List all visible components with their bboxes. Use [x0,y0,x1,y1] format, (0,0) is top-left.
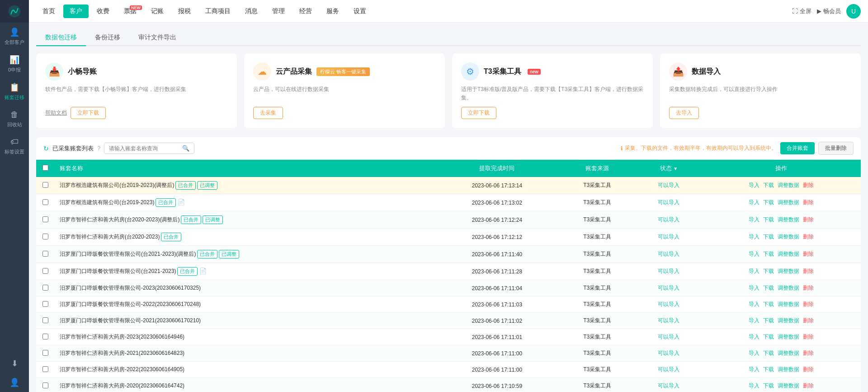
row-checkbox[interactable] [42,199,48,205]
action-delete[interactable]: 删除 [803,234,814,240]
action-导入[interactable]: 导入 [749,268,760,274]
refresh-icon[interactable]: ↻ [43,145,49,152]
action-导入[interactable]: 导入 [749,182,760,188]
action-调整数据[interactable]: 调整数据 [778,199,799,206]
action-导入[interactable]: 导入 [749,350,760,356]
fullscreen-button[interactable]: ⛶ 全屏 [792,7,811,15]
tab-backup-migration[interactable]: 备份迁移 [86,30,129,46]
member-button[interactable]: ▶ 畅会员 [817,7,841,15]
download-now-button[interactable]: 立即下载 [71,107,106,119]
action-delete[interactable]: 删除 [803,334,814,340]
action-调整数据[interactable]: 调整数据 [778,251,799,257]
sidebar-item-tag-settings[interactable]: 🏷 标签设置 [0,133,29,160]
action-导入[interactable]: 导入 [749,301,760,307]
action-调整数据[interactable]: 调整数据 [778,268,799,274]
action-delete[interactable]: 删除 [803,182,814,188]
help-doc-link[interactable]: 帮助文档 [45,109,67,117]
action-下载[interactable]: 下载 [763,216,774,223]
action-下载[interactable]: 下载 [763,334,774,340]
row-checkbox[interactable] [42,285,48,291]
action-导入[interactable]: 导入 [749,199,760,206]
action-调整数据[interactable]: 调整数据 [778,317,799,324]
action-delete[interactable]: 删除 [803,285,814,291]
row-checkbox[interactable] [42,251,48,257]
row-checkbox[interactable] [42,216,48,222]
action-调整数据[interactable]: 调整数据 [778,382,799,389]
action-调整数据[interactable]: 调整数据 [778,334,799,340]
row-checkbox[interactable] [42,382,48,388]
action-delete[interactable]: 删除 [803,216,814,223]
action-导入[interactable]: 导入 [749,334,760,340]
nav-home[interactable]: 首页 [36,5,61,18]
nav-messages[interactable]: 消息 [239,5,264,18]
search-box[interactable]: 🔍 [104,143,194,154]
row-checkbox[interactable] [42,234,48,239]
action-delete[interactable]: 删除 [803,366,814,373]
go-import-button[interactable]: 去导入 [669,107,699,119]
tab-audit-export[interactable]: 审计文件导出 [129,30,185,46]
action-下载[interactable]: 下载 [763,301,774,307]
nav-fees[interactable]: 收费 [90,5,116,18]
nav-services[interactable]: 服务 [320,5,345,18]
nav-bookkeeping[interactable]: 记账 [145,5,170,18]
action-下载[interactable]: 下载 [763,199,774,206]
action-导入[interactable]: 导入 [749,382,760,389]
action-调整数据[interactable]: 调整数据 [778,350,799,356]
action-调整数据[interactable]: 调整数据 [778,234,799,240]
action-下载[interactable]: 下载 [763,251,774,257]
search-input[interactable] [109,145,180,152]
action-调整数据[interactable]: 调整数据 [778,182,799,188]
nav-business[interactable]: 工商项目 [199,5,237,18]
row-checkbox[interactable] [42,366,48,372]
help-icon[interactable]: ? [97,145,100,152]
tab-data-migration[interactable]: 数据包迁移 [36,30,86,46]
sidebar-item-zero-report[interactable]: 📊 0申报 [0,50,29,78]
row-checkbox[interactable] [42,334,48,339]
action-调整数据[interactable]: 调整数据 [778,285,799,291]
avatar[interactable]: U [846,4,861,19]
row-checkbox[interactable] [42,268,48,274]
nav-clients[interactable]: 客户 [63,5,89,18]
action-下载[interactable]: 下载 [763,268,774,274]
select-all-checkbox[interactable] [42,165,48,171]
action-调整数据[interactable]: 调整数据 [778,216,799,223]
action-delete[interactable]: 删除 [803,268,814,274]
go-collect-button[interactable]: 去采集 [253,107,283,119]
action-调整数据[interactable]: 调整数据 [778,366,799,373]
action-delete[interactable]: 删除 [803,251,814,257]
action-下载[interactable]: 下载 [763,234,774,240]
action-delete[interactable]: 删除 [803,382,814,389]
sidebar-item-download[interactable]: ⬇ [0,354,29,373]
download-t3-button[interactable]: 立即下载 [461,107,496,119]
action-delete[interactable]: 删除 [803,301,814,307]
nav-settings[interactable]: 设置 [347,5,373,18]
nav-management[interactable]: 管理 [266,5,291,18]
sidebar-item-all-clients[interactable]: 👤 全部客户 [0,23,29,50]
action-导入[interactable]: 导入 [749,216,760,223]
sidebar-item-recycle[interactable]: 🗑 回收站 [0,105,29,133]
action-delete[interactable]: 删除 [803,350,814,356]
batch-delete-button[interactable]: 批量删除 [818,142,854,155]
row-checkbox[interactable] [42,317,48,323]
sidebar-item-account-transfer[interactable]: 📋 账套迁移 [0,78,29,105]
action-delete[interactable]: 删除 [803,199,814,206]
row-checkbox[interactable] [42,350,48,356]
action-导入[interactable]: 导入 [749,285,760,291]
action-delete[interactable]: 删除 [803,317,814,324]
action-下载[interactable]: 下载 [763,285,774,291]
action-导入[interactable]: 导入 [749,234,760,240]
action-下载[interactable]: 下载 [763,350,774,356]
merge-accounts-button[interactable]: 合并账套 [780,142,815,154]
action-导入[interactable]: 导入 [749,366,760,373]
action-下载[interactable]: 下载 [763,382,774,389]
action-下载[interactable]: 下载 [763,317,774,324]
nav-invoices[interactable]: 票据 NEW [118,5,143,18]
action-导入[interactable]: 导入 [749,251,760,257]
action-导入[interactable]: 导入 [749,317,760,324]
action-下载[interactable]: 下载 [763,366,774,373]
nav-tax[interactable]: 报税 [172,5,197,18]
action-调整数据[interactable]: 调整数据 [778,301,799,307]
action-下载[interactable]: 下载 [763,182,774,188]
sidebar-item-user-profile[interactable]: 👤 [0,373,29,392]
row-checkbox[interactable] [42,182,48,188]
